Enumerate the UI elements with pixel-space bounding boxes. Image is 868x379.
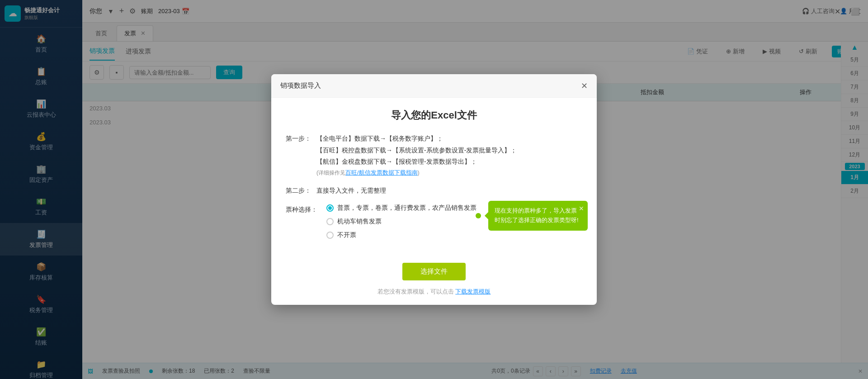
step2-content: 直接导入文件，无需整理 — [316, 185, 386, 196]
step2-label: 第二步： — [286, 185, 311, 196]
step1-row: 第一步： 【全电平台】数据下载→【税务数字账户】； 【百旺】税控盘数据下载→【系… — [286, 133, 582, 178]
radio-circle-0[interactable] — [326, 204, 334, 212]
dialog-header: 销项数据导入 ✕ — [271, 74, 597, 98]
step2-row: 第二步： 直接导入文件，无需整理 — [286, 185, 582, 196]
tooltip-text: 现在支持的票种多了，导入发票时别忘了选择正确的发票类型呀! — [495, 207, 579, 223]
radio-option-1[interactable]: 机动车销售发票 — [326, 218, 476, 226]
overlay: 销项数据导入 ✕ 导入您的Excel文件 第一步： 【全电平台】数据下载→【税务… — [0, 0, 868, 379]
dialog-main-title: 导入您的Excel文件 — [286, 109, 582, 122]
tooltip-dot — [476, 213, 481, 218]
radio-circle-1[interactable] — [326, 218, 334, 225]
download-template-link[interactable]: 下载发票模版 — [455, 288, 491, 295]
dialog-footer: 选择文件 若您没有发票模版，可以点击 下载发票模版 — [271, 256, 597, 305]
download-guide-link[interactable]: 百旺/航信发票数据下载指南 — [345, 169, 418, 176]
ticket-label: 票种选择： — [286, 204, 317, 215]
tooltip-close-btn[interactable]: ✕ — [579, 204, 584, 213]
radio-label-0: 普票，专票，卷票，通行费发票，农产品销售发票 — [337, 204, 476, 212]
step1-line-2: 【百旺】税控盘数据下载→【系统设置-系统参数设置-发票批量导入】； — [316, 145, 517, 156]
dialog-title: 销项数据导入 — [280, 81, 321, 90]
radio-circle-2[interactable] — [326, 232, 334, 239]
select-file-button[interactable]: 选择文件 — [402, 263, 466, 280]
tooltip-bubble: ✕ 现在支持的票种多了，导入发票时别忘了选择正确的发票类型呀! — [488, 201, 588, 231]
radio-option-0[interactable]: 普票，专票，卷票，通行费发票，农产品销售发票 — [326, 204, 476, 212]
step1-line-1: 【全电平台】数据下载→【税务数字账户】； — [316, 133, 517, 144]
step1-line-3: 【航信】金税盘数据下载→【报税管理-发票数据导出】； — [316, 156, 517, 167]
step1-content: 【全电平台】数据下载→【税务数字账户】； 【百旺】税控盘数据下载→【系统设置-系… — [316, 133, 517, 178]
radio-group: 普票，专票，卷票，通行费发票，农产品销售发票 机动车销售发票 不开票 — [326, 204, 476, 239]
dialog-close-btn[interactable]: ✕ — [581, 82, 588, 90]
dialog-body: 导入您的Excel文件 第一步： 【全电平台】数据下载→【税务数字账户】； 【百… — [271, 98, 597, 255]
import-dialog: 销项数据导入 ✕ 导入您的Excel文件 第一步： 【全电平台】数据下载→【税务… — [271, 74, 597, 304]
download-hint: 若您没有发票模版，可以点击 下载发票模版 — [286, 288, 582, 296]
step1-label: 第一步： — [286, 133, 311, 144]
step1-hint: (详细操作见百旺/航信发票数据下载指南) — [316, 167, 517, 178]
radio-label-2: 不开票 — [337, 231, 356, 239]
radio-option-2[interactable]: 不开票 — [326, 231, 476, 239]
radio-label-1: 机动车销售发票 — [337, 218, 382, 226]
